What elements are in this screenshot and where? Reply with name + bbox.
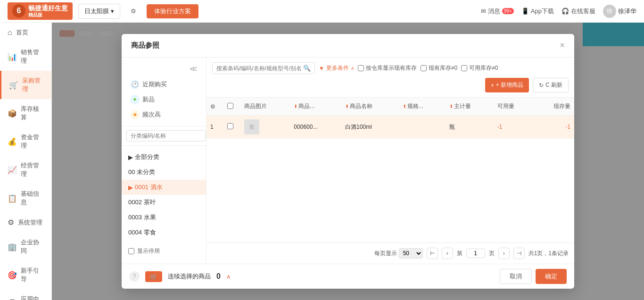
collapse-panel-button[interactable]: ≪ [186,62,201,75]
sidebar-item-system[interactable]: ⚙ 系统管理 [0,212,51,233]
sidebar-item-finance[interactable]: 💰 资金管理 [0,127,51,156]
category-cat0004[interactable]: 0004 零食 [122,225,206,240]
per-page-select[interactable]: 50 100 200 [399,248,423,258]
available-stock-checkbox[interactable] [461,65,467,71]
modal-footer: ? 🛒 连续选择的商品 0 ∧ 取消 确定 [122,264,574,289]
category-cat0001[interactable]: ▶ 0001 酒水 [122,180,206,195]
brand-text: 畅捷通好生意 精品版 [28,4,68,18]
search-icon[interactable]: 🔍 [303,65,311,72]
quick-filter-frequent[interactable]: ★ 频次高 [126,107,201,122]
sidebar-label-enterprise: 企业协同 [21,238,44,255]
quick-filter-recent[interactable]: 🕐 近期购买 [126,77,201,92]
category-cat0005[interactable]: 0005 饮料 [122,240,206,243]
sidebar-item-guide[interactable]: 🎯 新手引导 [0,261,51,289]
last-page-button[interactable]: ⊣ [513,248,525,259]
nav-right: ✉ 消息 99+ 📱 App下载 🎧 在线客服 徐 徐泽华 [481,5,636,18]
modal-body: ≪ 🕐 近期购买 ✦ 新品 ★ 频次高 [122,58,574,264]
cat0001-label: 0001 酒水 [135,183,163,192]
available-stock-label: 可用库存≠0 [469,64,498,72]
table-body: 1 图 000600... [206,116,574,139]
sidebar-label-guide: 新手引导 [21,267,44,283]
th-code[interactable]: ⬆ 商品... [290,98,341,116]
first-page-button[interactable]: ⊢ [427,248,438,259]
online-service-nav-item[interactable]: 🎧 在线客服 [561,7,595,16]
refresh-button[interactable]: ↻ C 刷新 [533,78,569,92]
all-arrow-icon: ▶ [128,154,133,161]
checkbox-filter-available-stock[interactable]: 可用库存≠0 [461,64,498,72]
help-icon[interactable]: ? [129,271,140,282]
filter-icon: ▼ [319,65,324,72]
sort-icon: ⬆ [294,104,297,109]
messages-nav-item[interactable]: ✉ 消息 99+ [481,7,514,16]
topbar: 6 畅捷通好生意 精品版 日太阳膜 ▾ ⚙ 体验行业方案 ✉ 消息 99+ 📱 … [0,0,644,23]
table-row[interactable]: 1 图 000600... [206,116,574,139]
th-unit[interactable]: ⬆ 主计量 [446,98,494,116]
cell-num: 1 [206,116,223,139]
sidebar-item-home[interactable]: ⌂ 首页 [0,23,51,42]
sidebar-item-inventory[interactable]: 📦 库存核算 [0,99,51,127]
message-icon: ✉ [481,8,486,15]
brand-name: 畅捷通好生意 [28,4,68,12]
footer-right: 取消 确定 [500,269,567,284]
modal-overlay: 商品参照 × ≪ 🕐 近期购买 [52,23,644,300]
name-sort-icon: ⬆ [345,104,349,109]
modal-close-button[interactable]: × [560,41,565,50]
prev-page-button[interactable]: ‹ [442,248,453,259]
recent-label: 近期购买 [142,80,167,89]
show-disabled-label: 显示停用 [137,247,160,255]
quick-filter-new[interactable]: ✦ 新品 [126,92,201,107]
sidebar-item-sales[interactable]: 📊 销售管理 [0,42,51,71]
current-stock-checkbox[interactable] [421,65,427,71]
next-page-button[interactable]: › [498,248,510,259]
category-cat00[interactable]: 00 未分类 [122,165,206,180]
confirm-button[interactable]: 确定 [536,269,567,284]
row-checkbox[interactable] [227,123,233,129]
system-icon: ⚙ [8,218,14,227]
sidebar-item-apps[interactable]: 📱 应用中心 [0,289,51,300]
refresh-icon: ↻ [539,82,544,89]
sidebar-item-enterprise[interactable]: 🏢 企业协同 [0,233,51,261]
nav-dropdown[interactable]: 日太阳膜 ▾ [78,4,120,19]
settings-icon[interactable]: ⚙ [126,4,141,19]
sidebar-label-operations: 经营管理 [21,161,44,178]
sidebar-label-basic: 基础信息 [21,190,44,207]
inventory-icon: 📦 [8,109,17,118]
pagination: 每页显示 50 100 200 ⊢ ‹ 第 页 › [206,242,574,264]
collapse-arrow-icon[interactable]: ∧ [226,273,231,280]
select-all-checkbox[interactable] [227,103,233,109]
th-settings: ⚙ [206,98,223,116]
show-disabled-checkbox[interactable] [128,248,134,254]
messages-badge: 99+ [502,8,514,14]
sidebar-item-operations[interactable]: 📈 经营管理 [0,156,51,184]
sidebar-label-sales: 销售管理 [21,48,44,65]
category-cat0003[interactable]: 0003 水果 [122,210,206,225]
checkbox-filter-current-stock[interactable]: 现有库存≠0 [421,64,457,72]
category-all[interactable]: ▶ 全部分类 [122,150,206,165]
cancel-button[interactable]: 取消 [500,269,532,284]
sidebar-label-inventory: 库存核算 [21,105,44,122]
category-search-input[interactable] [126,130,206,142]
show-disabled-area: 显示停用 [122,243,206,259]
app-download-nav-item[interactable]: 📱 App下载 [521,7,554,16]
checkbox-filter-warehouse[interactable]: 按仓库显示现有库存 [358,64,417,72]
column-settings-icon[interactable]: ⚙ [210,103,215,110]
category-cat0002[interactable]: 0002 茶叶 [122,195,206,210]
user-area[interactable]: 徐 徐泽华 [603,5,636,18]
sidebar-item-purchase[interactable]: 🛒 采购管理 [0,71,51,99]
spec-sort-icon: ⬆ [403,104,406,109]
warehouse-stock-checkbox[interactable] [358,65,364,71]
page-label: 第 [457,250,462,258]
total-info: 共1页，1条记录 [528,250,569,258]
page-number-input[interactable] [466,249,485,258]
refresh-label: C 刷新 [545,81,562,89]
product-search-input[interactable] [216,65,301,72]
th-name[interactable]: ⬆ 商品名称 [341,98,399,116]
th-spec[interactable]: ⬆ 规格... [399,98,446,116]
modal-title: 商品参照 [131,41,159,50]
cta-button[interactable]: 体验行业方案 [147,4,198,18]
sidebar-item-basic[interactable]: 📋 基础信息 [0,184,51,212]
add-product-button[interactable]: + + 新增商品 [485,78,529,92]
modal: 商品参照 × ≪ 🕐 近期购买 [122,34,574,289]
cart-button[interactable]: 🛒 [145,271,162,282]
more-filter-button[interactable]: ▼ 更多条件 ∧ [319,64,354,72]
